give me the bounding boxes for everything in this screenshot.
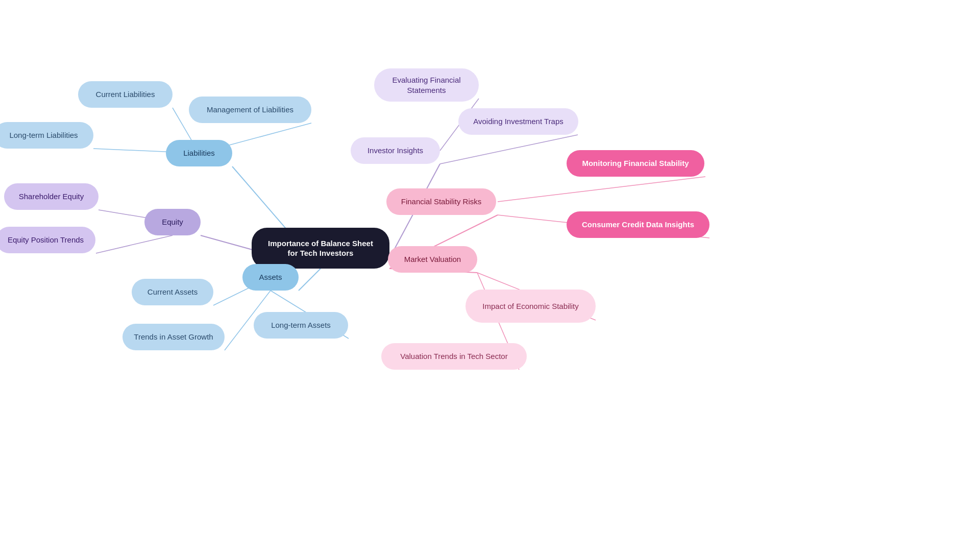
- valuation-trends-label: Valuation Trends in Tech Sector: [400, 351, 507, 362]
- management-liabilities-node: Management of Liabilities: [189, 97, 311, 123]
- current-liabilities-label: Current Liabilities: [96, 89, 155, 100]
- monitoring-stability-label: Monitoring Financial Stability: [582, 158, 689, 169]
- financial-stability-risks-label: Financial Stability Risks: [401, 197, 482, 207]
- equity-position-label: Equity Position Trends: [8, 235, 84, 245]
- valuation-trends-node: Valuation Trends in Tech Sector: [381, 343, 527, 370]
- svg-line-16: [498, 177, 705, 202]
- equity-position-node: Equity Position Trends: [0, 227, 95, 253]
- shareholder-equity-node: Shareholder Equity: [4, 183, 99, 210]
- investor-insights-label: Investor Insights: [368, 146, 423, 156]
- market-valuation-node: Market Valuation: [388, 246, 477, 273]
- center-node: Importance of Balance Sheet for Tech Inv…: [252, 228, 389, 269]
- avoiding-traps-label: Avoiding Investment Traps: [473, 116, 563, 127]
- longterm-liabilities-label: Long-term Liabilities: [9, 130, 78, 140]
- current-assets-node: Current Assets: [132, 279, 213, 305]
- avoiding-traps-node: Avoiding Investment Traps: [458, 108, 578, 135]
- liabilities-label: Liabilities: [183, 148, 215, 158]
- evaluating-financial-label: Evaluating Financial Statements: [392, 75, 460, 95]
- svg-line-15: [440, 135, 578, 164]
- longterm-assets-node: Long-term Assets: [254, 312, 348, 339]
- liabilities-node: Liabilities: [166, 140, 232, 166]
- svg-line-10: [96, 235, 173, 253]
- impact-economic-node: Impact of Economic Stability: [465, 290, 596, 323]
- center-node-label: Importance of Balance Sheet for Tech Inv…: [268, 238, 373, 258]
- financial-stability-risks-node: Financial Stability Risks: [386, 188, 496, 215]
- trends-asset-label: Trends in Asset Growth: [134, 332, 213, 342]
- longterm-liabilities-node: Long-term Liabilities: [0, 122, 93, 149]
- current-liabilities-node: Current Liabilities: [78, 81, 173, 108]
- market-valuation-label: Market Valuation: [404, 254, 461, 265]
- equity-node: Equity: [144, 209, 201, 235]
- svg-line-2: [299, 269, 321, 291]
- impact-economic-label: Impact of Economic Stability: [482, 301, 578, 311]
- assets-node: Assets: [242, 264, 299, 291]
- monitoring-stability-node: Monitoring Financial Stability: [567, 150, 704, 177]
- evaluating-financial-node: Evaluating Financial Statements: [374, 68, 479, 102]
- longterm-assets-label: Long-term Assets: [271, 320, 331, 330]
- assets-label: Assets: [259, 272, 282, 282]
- consumer-credit-node: Consumer Credit Data Insights: [567, 211, 709, 238]
- consumer-credit-label: Consumer Credit Data Insights: [582, 220, 694, 230]
- current-assets-label: Current Assets: [148, 287, 198, 297]
- trends-asset-node: Trends in Asset Growth: [122, 324, 225, 350]
- management-liabilities-label: Management of Liabilities: [207, 105, 293, 115]
- equity-label: Equity: [162, 217, 183, 227]
- investor-insights-node: Investor Insights: [351, 137, 440, 164]
- shareholder-equity-label: Shareholder Equity: [19, 191, 84, 202]
